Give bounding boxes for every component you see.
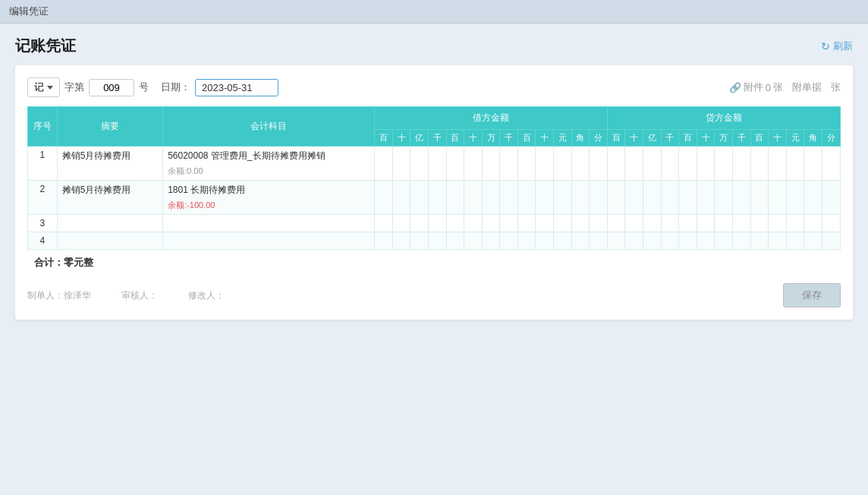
row-3-credit-7[interactable]	[733, 232, 751, 250]
row-1-credit-6[interactable]	[715, 181, 733, 215]
row-0-credit-6[interactable]	[715, 147, 733, 181]
row-2-debit-11[interactable]	[571, 215, 590, 232]
row-3-debit-3[interactable]	[428, 232, 446, 250]
row-3-debit-10[interactable]	[554, 232, 572, 250]
row-1-credit-4[interactable]	[679, 181, 697, 215]
row-2-credit-5[interactable]	[697, 215, 715, 232]
row-2-debit-8[interactable]	[517, 215, 536, 232]
row-0-credit-11[interactable]	[804, 147, 822, 181]
row-2-debit-12[interactable]	[590, 215, 608, 232]
row-account-0[interactable]: 56020008 管理费用_长期待摊费用摊销余额:0.00	[163, 147, 375, 181]
row-0-debit-8[interactable]	[517, 147, 536, 181]
refresh-button[interactable]: ↻ 刷新	[821, 39, 853, 53]
row-1-credit-11[interactable]	[804, 181, 822, 215]
row-1-debit-7[interactable]	[500, 181, 518, 215]
row-2-debit-3[interactable]	[428, 215, 446, 232]
row-2-credit-6[interactable]	[715, 215, 733, 232]
row-3-credit-3[interactable]	[661, 232, 679, 250]
row-1-debit-1[interactable]	[392, 181, 410, 215]
row-3-debit-11[interactable]	[571, 232, 590, 250]
row-0-credit-1[interactable]	[625, 147, 643, 181]
row-2-debit-1[interactable]	[392, 215, 410, 232]
row-2-debit-2[interactable]	[410, 215, 429, 232]
row-1-credit-10[interactable]	[786, 181, 804, 215]
row-1-credit-0[interactable]	[607, 181, 625, 215]
row-2-credit-4[interactable]	[679, 215, 697, 232]
row-account-3[interactable]	[163, 232, 375, 250]
row-1-credit-7[interactable]	[733, 181, 751, 215]
row-2-credit-0[interactable]	[607, 215, 625, 232]
row-0-debit-7[interactable]	[500, 147, 518, 181]
row-0-debit-9[interactable]	[536, 147, 554, 181]
row-2-debit-9[interactable]	[536, 215, 554, 232]
row-3-credit-9[interactable]	[769, 232, 787, 250]
row-0-debit-4[interactable]	[446, 147, 464, 181]
row-2-debit-6[interactable]	[482, 215, 500, 232]
row-2-credit-10[interactable]	[786, 215, 804, 232]
row-0-credit-10[interactable]	[786, 147, 804, 181]
row-0-credit-8[interactable]	[750, 147, 769, 181]
row-0-debit-2[interactable]	[410, 147, 429, 181]
row-1-debit-8[interactable]	[517, 181, 536, 215]
row-0-credit-5[interactable]	[697, 147, 715, 181]
row-3-credit-10[interactable]	[786, 232, 804, 250]
row-1-credit-2[interactable]	[643, 181, 662, 215]
row-0-credit-3[interactable]	[661, 147, 679, 181]
row-1-credit-5[interactable]	[697, 181, 715, 215]
row-3-debit-5[interactable]	[464, 232, 483, 250]
row-0-debit-11[interactable]	[571, 147, 590, 181]
row-1-debit-10[interactable]	[554, 181, 572, 215]
row-3-debit-8[interactable]	[517, 232, 536, 250]
row-account-2[interactable]	[163, 215, 375, 232]
row-0-debit-12[interactable]	[590, 147, 608, 181]
row-1-debit-0[interactable]	[375, 181, 393, 215]
row-summary-0[interactable]: 摊销5月待摊费用	[57, 147, 163, 181]
row-0-credit-12[interactable]	[822, 147, 840, 181]
row-1-credit-1[interactable]	[625, 181, 643, 215]
row-2-credit-1[interactable]	[625, 215, 643, 232]
row-2-credit-11[interactable]	[804, 215, 822, 232]
row-1-credit-3[interactable]	[661, 181, 679, 215]
row-2-credit-8[interactable]	[750, 215, 769, 232]
row-3-credit-11[interactable]	[804, 232, 822, 250]
row-3-debit-9[interactable]	[536, 232, 554, 250]
row-0-credit-2[interactable]	[643, 147, 662, 181]
row-0-debit-3[interactable]	[428, 147, 446, 181]
row-summary-1[interactable]: 摊销5月待摊费用	[57, 181, 163, 215]
row-1-credit-12[interactable]	[822, 181, 840, 215]
row-2-credit-9[interactable]	[769, 215, 787, 232]
row-3-debit-6[interactable]	[482, 232, 500, 250]
row-2-debit-4[interactable]	[446, 215, 464, 232]
row-0-debit-1[interactable]	[392, 147, 410, 181]
row-0-debit-10[interactable]	[554, 147, 572, 181]
save-button[interactable]: 保存	[783, 283, 841, 307]
row-2-credit-12[interactable]	[822, 215, 840, 232]
row-2-debit-5[interactable]	[464, 215, 483, 232]
row-0-credit-4[interactable]	[679, 147, 697, 181]
row-1-debit-3[interactable]	[428, 181, 446, 215]
row-1-debit-12[interactable]	[590, 181, 608, 215]
row-3-credit-4[interactable]	[679, 232, 697, 250]
row-3-debit-2[interactable]	[410, 232, 429, 250]
row-summary-3[interactable]	[57, 232, 163, 250]
row-3-credit-2[interactable]	[643, 232, 662, 250]
row-3-credit-12[interactable]	[822, 232, 840, 250]
row-0-debit-0[interactable]	[375, 147, 393, 181]
row-3-debit-12[interactable]	[590, 232, 608, 250]
row-3-credit-1[interactable]	[625, 232, 643, 250]
row-2-debit-10[interactable]	[554, 215, 572, 232]
row-3-credit-5[interactable]	[697, 232, 715, 250]
row-0-debit-6[interactable]	[482, 147, 500, 181]
row-account-1[interactable]: 1801 长期待摊费用余额:-100.00	[163, 181, 375, 215]
row-2-credit-2[interactable]	[643, 215, 662, 232]
row-0-debit-5[interactable]	[464, 147, 483, 181]
row-2-credit-3[interactable]	[661, 215, 679, 232]
row-1-credit-9[interactable]	[769, 181, 787, 215]
row-1-debit-9[interactable]	[536, 181, 554, 215]
attachment-link[interactable]: 🔗 附件 0 张	[729, 80, 783, 94]
row-0-credit-7[interactable]	[733, 147, 751, 181]
row-1-debit-4[interactable]	[446, 181, 464, 215]
row-3-debit-4[interactable]	[446, 232, 464, 250]
row-1-debit-11[interactable]	[571, 181, 590, 215]
number-input[interactable]	[89, 79, 134, 96]
